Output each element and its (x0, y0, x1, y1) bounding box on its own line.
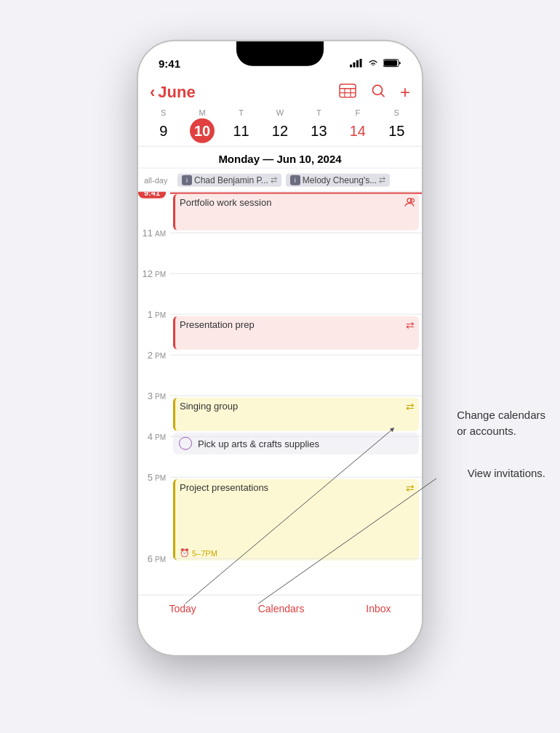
annotation-inbox: View invitations. (468, 465, 545, 481)
sync-icon-2: ⇄ (379, 175, 385, 185)
time-row-10: 9:41 Portfolio work session (138, 192, 422, 233)
time-line-10: Portfolio work session (170, 192, 422, 233)
time-line-3: Singing group ⇄ Pick up arts & crafts su… (170, 396, 422, 436)
time-line-1: Presentation prep ⇄ (170, 314, 422, 355)
month-title[interactable]: ‹ June (150, 83, 196, 102)
time-line-4 (170, 436, 422, 477)
all-day-row: all-day i Chad Benjamin P... ⇄ i Melody … (138, 169, 422, 192)
event-portfolio-icon (404, 197, 415, 209)
day-saturday[interactable]: S 15 (377, 108, 416, 143)
event-singing-icon: ⇄ (406, 401, 415, 412)
timeline: 9:41 Portfolio work session 11 AM (138, 192, 422, 570)
status-icons (350, 59, 401, 68)
tab-bar: Today Calendars Inbox (138, 595, 422, 655)
time-label-1: 1 PM (138, 310, 170, 319)
signal-icon (350, 59, 363, 68)
day-sunday[interactable]: S 9 (144, 108, 183, 143)
time-label-6: 6 PM (138, 554, 170, 564)
time-label-2: 2 PM (138, 351, 170, 360)
event-project-sub: ⏰ 5–7PM (180, 548, 217, 558)
event-portfolio-name: Portfolio work session (180, 197, 271, 208)
time-line-2 (170, 355, 422, 396)
day-monday[interactable]: M 10 (183, 108, 221, 143)
week-strip: S 9 M 10 T 11 W 12 T 13 F 14 S 15 (138, 108, 422, 143)
date-header: Monday — Jun 10, 2024 (138, 146, 422, 169)
event-project[interactable]: Project presentations ⇄ ⏰ 5–7PM (173, 479, 419, 561)
wifi-icon (367, 59, 379, 68)
time-label-11: 11 AM (138, 228, 170, 238)
status-bar: 9:41 (138, 41, 422, 76)
time-label-12: 12 PM (138, 269, 170, 279)
time-row-3: 3 PM Singing group ⇄ Pick up arts & craf… (138, 396, 422, 436)
notch (236, 41, 324, 66)
all-day-event-1-label: Chad Benjamin P... (194, 175, 268, 185)
all-day-event-2[interactable]: i Melody Cheung's... ⇄ (286, 173, 390, 186)
calendar-dot-1: i (182, 175, 192, 185)
tab-calendars[interactable]: Calendars (258, 603, 305, 614)
time-row-4: 4 PM (138, 436, 422, 477)
all-day-event-2-label: Melody Cheung's... (303, 175, 377, 185)
add-event-icon[interactable]: + (400, 82, 410, 103)
svg-line-12 (380, 93, 384, 97)
event-presentation[interactable]: Presentation prep ⇄ (173, 316, 419, 350)
event-presentation-name: Presentation prep (180, 319, 255, 330)
back-arrow[interactable]: ‹ (150, 83, 155, 102)
all-day-label: all-day (144, 175, 173, 184)
annotation-calendars: Change calendarsor accounts. (457, 407, 545, 439)
day-friday[interactable]: F 14 (338, 108, 377, 143)
status-time: 9:41 (159, 57, 180, 69)
day-tuesday[interactable]: T 11 (222, 108, 260, 143)
svg-rect-6 (340, 84, 356, 97)
event-presentation-icon: ⇄ (406, 319, 415, 331)
svg-rect-0 (350, 65, 352, 68)
sync-icon-1: ⇄ (271, 175, 277, 185)
time-label-4: 4 PM (138, 432, 170, 441)
event-singing[interactable]: Singing group ⇄ (173, 398, 419, 431)
time-row-2: 2 PM (138, 355, 422, 396)
time-line-5: Project presentations ⇄ ⏰ 5–7PM (170, 477, 422, 558)
battery-icon (383, 59, 401, 68)
time-label-10: 9:41 (138, 192, 170, 200)
time-label-3: 3 PM (138, 391, 170, 401)
time-line-11 (170, 233, 422, 273)
tab-inbox[interactable]: Inbox (366, 603, 391, 614)
phone-frame: 9:41 ‹ Jun (138, 41, 422, 655)
day-thursday[interactable]: T 13 (300, 108, 338, 143)
svg-rect-3 (360, 59, 362, 68)
time-label-5: 5 PM (138, 473, 170, 482)
header-icons: + (339, 82, 410, 103)
day-wednesday[interactable]: W 12 (260, 108, 299, 143)
all-day-event-1[interactable]: i Chad Benjamin P... ⇄ (177, 173, 281, 186)
time-row-1: 1 PM Presentation prep ⇄ (138, 314, 422, 355)
svg-rect-2 (356, 60, 359, 68)
time-row-6: 6 PM (138, 558, 422, 570)
svg-rect-5 (384, 60, 397, 66)
cal-header: ‹ June + (138, 76, 422, 108)
svg-rect-1 (353, 63, 356, 68)
event-singing-name: Singing group (180, 401, 238, 412)
current-time-badge: 9:41 (138, 192, 166, 199)
tab-today[interactable]: Today (169, 603, 196, 614)
time-row-11: 11 AM (138, 233, 422, 273)
time-row-5: 5 PM Project presentations ⇄ ⏰ 5–7PM (138, 477, 422, 558)
time-line-12 (170, 273, 422, 314)
event-project-icon: ⇄ (406, 482, 415, 494)
time-line-6 (170, 558, 422, 570)
svg-point-14 (411, 199, 415, 202)
time-row-12: 12 PM (138, 273, 422, 314)
event-portfolio[interactable]: Portfolio work session (173, 194, 419, 231)
event-project-name: Project presentations (180, 482, 268, 494)
search-icon[interactable] (371, 83, 385, 101)
calendar-dot-2: i (290, 175, 300, 185)
calendar-view-icon[interactable] (339, 83, 356, 101)
